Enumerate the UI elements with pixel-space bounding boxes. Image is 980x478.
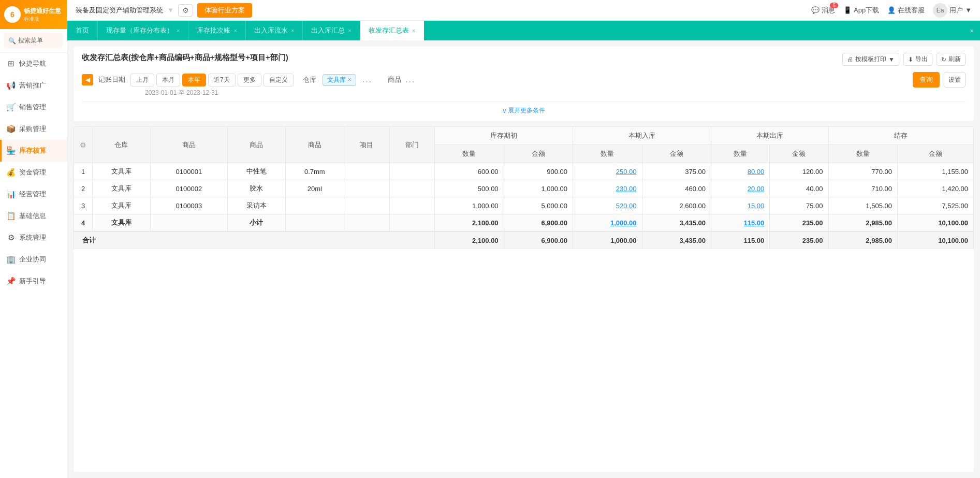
col-header-department: 部门 — [389, 127, 435, 163]
warehouse-filter-label: 仓库 — [303, 75, 316, 84]
row1-in-amt: 375.00 — [642, 163, 711, 180]
row1-closing-qty: 770.00 — [828, 163, 897, 180]
row3-out-qty[interactable]: 15.00 — [711, 197, 770, 214]
tab-inout-flow[interactable]: 出入库流水 × — [246, 21, 303, 40]
sidebar-item-marketing[interactable]: 📢 营销推广 — [0, 75, 67, 96]
subtotal-out-qty[interactable]: 115.00 — [711, 214, 770, 232]
row2-in-qty[interactable]: 230.00 — [573, 180, 642, 197]
col-header-goods-name: 商品 — [227, 127, 285, 163]
row3-in-qty[interactable]: 520.00 — [573, 197, 642, 214]
date-range-display: 2023-01-01 至 2023-12-31 — [145, 89, 966, 97]
sidebar-item-base-info[interactable]: 📋 基础信息 — [0, 205, 67, 227]
message-action[interactable]: 💬 消息 6 — [811, 6, 835, 15]
sidebar-item-enterprise[interactable]: 🏢 企业协同 — [0, 249, 67, 270]
subtotal-opening-qty: 2,100.00 — [435, 214, 504, 232]
row3-goods-spec — [285, 197, 344, 214]
col-header-project: 项目 — [344, 127, 389, 163]
sidebar-item-operations[interactable]: 📊 经营管理 — [0, 183, 67, 205]
sidebar-item-system[interactable]: ⚙ 系统管理 — [0, 227, 67, 249]
subtotal-warehouse: 文具库 — [93, 214, 151, 232]
col-header-goods-code: 商品 — [150, 127, 227, 163]
subtotal-department — [389, 214, 435, 232]
print-icon: 🖨 — [847, 56, 853, 63]
settings-gear-button[interactable]: ⚙ — [178, 4, 193, 17]
filter-current-month[interactable]: 本月 — [156, 74, 180, 86]
total-out-qty: 115.00 — [711, 231, 770, 249]
sidebar-item-finance[interactable]: 💰 资金管理 — [0, 162, 67, 183]
filter-current-year[interactable]: 本年 — [182, 74, 206, 86]
row1-out-qty[interactable]: 80.00 — [711, 163, 770, 180]
row3-closing-amt: 7,525.00 — [897, 197, 973, 214]
print-button[interactable]: 🖨 按模板打印 ▼ — [842, 53, 899, 66]
tab-inout-flow-close[interactable]: × — [291, 27, 294, 34]
sidebar-item-sales[interactable]: 🛒 销售管理 — [0, 96, 67, 118]
settings-button[interactable]: 设置 — [944, 72, 966, 88]
row2-out-qty[interactable]: 20.00 — [711, 180, 770, 197]
goods-more-btn[interactable]: ... — [405, 75, 415, 84]
tab-receive-summary-close[interactable]: × — [412, 27, 415, 34]
tab-bar-close-all[interactable]: × — [963, 27, 980, 35]
experience-button[interactable]: 体验行业方案 — [197, 3, 252, 18]
row1-department — [389, 163, 435, 180]
row2-warehouse: 文具库 — [93, 180, 151, 197]
query-button[interactable]: 查询 — [913, 72, 940, 88]
total-opening-amt: 6,900.00 — [504, 231, 573, 249]
quick-nav-icon: ⊞ — [6, 59, 16, 68]
purchase-icon: 📦 — [6, 124, 16, 134]
warehouse-more-btn[interactable]: ... — [362, 75, 372, 84]
online-service-action[interactable]: 👤 在线客服 — [887, 6, 925, 15]
col-header-goods-spec: 商品 — [285, 127, 344, 163]
tab-batch[interactable]: 库存批次账 × — [188, 21, 245, 40]
col-in-amt: 金额 — [642, 145, 711, 163]
subtotal-in-amt: 3,435.00 — [642, 214, 711, 232]
table-settings-icon[interactable]: ⚙ — [80, 141, 86, 149]
tab-batch-close[interactable]: × — [233, 27, 237, 34]
search-icon: 🔍 — [8, 37, 16, 45]
row3-out-amt: 75.00 — [770, 197, 828, 214]
subtotal-in-qty[interactable]: 1,000.00 — [573, 214, 642, 232]
expand-icon: ∨ — [502, 107, 507, 114]
sidebar-item-purchase[interactable]: 📦 采购管理 — [0, 118, 67, 140]
subtotal-goods-code — [150, 214, 227, 232]
inventory-icon: 🏪 — [6, 146, 16, 155]
tab-inout-summary[interactable]: 出入库汇总 × — [303, 21, 360, 40]
sidebar-item-newbie[interactable]: 📌 新手引导 — [0, 270, 67, 292]
app-download-action[interactable]: 📱 App下载 — [843, 6, 879, 15]
sidebar-item-inventory[interactable]: 🏪 库存核算 — [0, 140, 67, 162]
tab-stock-dist[interactable]: 现存量（库存分布表） × — [98, 21, 188, 40]
export-button[interactable]: ⬇ 导出 — [903, 53, 932, 66]
tab-receive-summary[interactable]: 收发存汇总表 × — [360, 21, 424, 40]
subtotal-project — [344, 214, 389, 232]
subtotal-row: 4 文具库 小计 2,100.00 6,900.00 1,000.00 3,43… — [74, 214, 974, 232]
search-menu-button[interactable]: 🔍 搜索菜单 — [4, 33, 63, 48]
warehouse-tag-close[interactable]: × — [348, 76, 352, 83]
subtotal-seq: 4 — [74, 214, 93, 232]
marketing-icon: 📢 — [6, 81, 16, 90]
row3-warehouse: 文具库 — [93, 197, 151, 214]
refresh-button[interactable]: ↻ 刷新 — [937, 53, 966, 66]
sidebar-nav: ⊞ 快捷导航 📢 营销推广 🛒 销售管理 📦 采购管理 🏪 库存核算 💰 资金管… — [0, 53, 67, 478]
tab-home[interactable]: 首页 — [67, 21, 98, 40]
date-filter-buttons: 上月 本月 本年 近7天 更多 自定义 — [130, 74, 294, 86]
filter-upper-period[interactable]: 上月 — [130, 74, 154, 86]
total-in-amt: 3,435.00 — [642, 231, 711, 249]
row1-goods-spec: 0.7mm — [285, 163, 344, 180]
tab-inout-summary-close[interactable]: × — [348, 27, 351, 34]
filter-more[interactable]: 更多 — [238, 74, 261, 86]
header-left: 装备及固定资产辅助管理系统 ▼ ⚙ 体验行业方案 — [76, 3, 252, 18]
expand-more-btn[interactable]: ∨ 展开更多条件 — [502, 106, 545, 115]
filter-custom[interactable]: 自定义 — [264, 74, 294, 86]
logo-icon: 6 — [4, 6, 21, 23]
sidebar-item-quick-nav[interactable]: ⊞ 快捷导航 — [0, 53, 67, 75]
col-out-amt: 金额 — [770, 145, 828, 163]
tab-stock-dist-close[interactable]: × — [177, 27, 180, 34]
row3-department — [389, 197, 435, 214]
row1-in-qty[interactable]: 250.00 — [573, 163, 642, 180]
row3-goods-code: 0100003 — [150, 197, 227, 214]
row2-goods-name: 胶水 — [227, 180, 285, 197]
filter-recent7[interactable]: 近7天 — [208, 74, 236, 86]
filter-collapse-btn[interactable]: ◀ — [82, 74, 93, 85]
warehouse-tag: 文具库 × — [323, 74, 356, 86]
row2-seq: 2 — [74, 180, 93, 197]
user-action[interactable]: Ea 用户 ▼ — [933, 3, 972, 18]
